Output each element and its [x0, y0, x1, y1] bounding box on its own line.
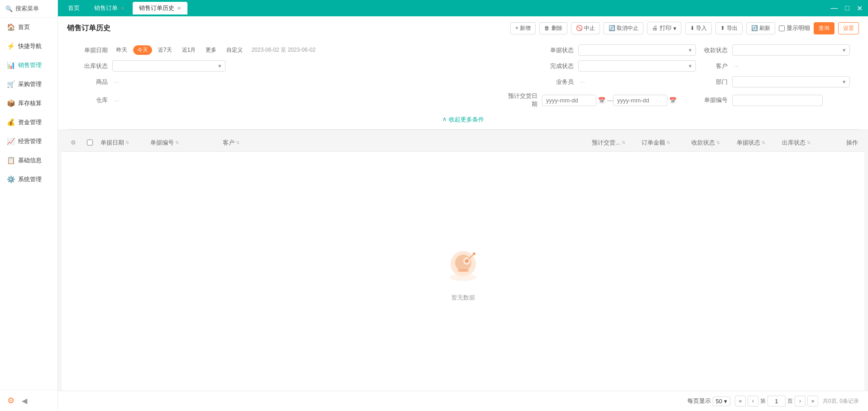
sidebar-sales-label: 销售管理 — [18, 61, 42, 69]
date-tag-custom[interactable]: 自定义 — [222, 45, 247, 55]
business-icon: 📈 — [7, 138, 14, 145]
doc-date-label: 单据日期 — [76, 46, 112, 54]
tab-home-label: 首页 — [68, 4, 80, 12]
last-page-button[interactable]: » — [807, 396, 818, 406]
tab-sales-order-history-close[interactable]: ✕ — [177, 5, 181, 11]
filter-col-salesperson: 业务员 ··· — [542, 78, 696, 86]
date-range-dash: — — [607, 97, 613, 104]
print-button[interactable]: 🖨 打印 ▾ — [647, 22, 681, 34]
sidebar-home-label: 首页 — [18, 23, 30, 31]
sidebar-business-label: 经营管理 — [18, 137, 42, 145]
th-pay-status-label: 收款状态 — [691, 139, 715, 147]
pay-status-select[interactable]: ▾ — [732, 44, 850, 56]
goods-picker[interactable]: ··· — [112, 78, 121, 85]
per-page-label: 每页显示 — [687, 397, 711, 405]
sidebar-collapse-icon[interactable]: ◀ — [22, 396, 27, 405]
th-pay-status[interactable]: 收款状态 ⇅ — [689, 139, 734, 147]
th-out-status[interactable]: 出库状态 ⇅ — [779, 139, 825, 147]
salesperson-picker[interactable]: ··· — [578, 78, 587, 85]
warehouse-label: 仓库 — [76, 96, 112, 104]
th-amount-sort: ⇅ — [667, 140, 670, 145]
tab-home[interactable]: 首页 — [62, 2, 86, 15]
per-page-select[interactable]: 50 ▾ — [713, 396, 730, 406]
goods-label: 商品 — [76, 78, 112, 86]
minimize-button[interactable]: — — [829, 4, 839, 12]
pay-status-chevron: ▾ — [843, 47, 846, 53]
sidebar-inventory-label: 库存核算 — [18, 99, 42, 107]
sidebar-item-finance[interactable]: 💰 资金管理 — [0, 113, 58, 132]
tab-sales-order-close[interactable]: ✕ — [120, 5, 125, 11]
warehouse-picker[interactable]: ··· — [112, 97, 121, 104]
sidebar-item-home[interactable]: 🏠 首页 — [0, 18, 58, 37]
sidebar-item-inventory[interactable]: 📦 库存核算 — [0, 94, 58, 113]
sidebar-item-system[interactable]: ⚙️ 系统管理 — [0, 170, 58, 189]
calendar-to-icon[interactable]: 📅 — [667, 97, 678, 104]
th-order-status[interactable]: 单据状态 ⇅ — [734, 139, 779, 147]
stop-button[interactable]: 🚫 中止 — [571, 22, 600, 34]
filter-col-delivery-date: 预计交货日期 📅 — 📅 — [506, 92, 696, 108]
doc-number-input[interactable] — [732, 95, 823, 106]
customer-picker[interactable]: ··· — [732, 63, 741, 69]
import-button[interactable]: ⬇ 导入 — [685, 22, 712, 34]
th-action-label: 操作 — [846, 139, 858, 147]
sidebar-item-purchase[interactable]: 🛒 采购管理 — [0, 75, 58, 94]
filter-col-warehouse: 仓库 ··· — [76, 96, 506, 104]
display-detail-toggle[interactable]: 显示明细 — [779, 24, 810, 32]
next-page-button[interactable]: › — [795, 396, 806, 406]
th-date[interactable]: 单据日期 ⇅ — [98, 139, 148, 147]
filter-col-order-status: 单据状态 ▾ — [542, 44, 696, 56]
date-tag-1month[interactable]: 近1月 — [178, 45, 200, 55]
empty-illustration — [441, 241, 486, 286]
sidebar-system-label: 系统管理 — [18, 175, 42, 184]
current-page-input[interactable] — [767, 396, 786, 406]
delete-button[interactable]: 🗑 删除 — [539, 22, 567, 34]
date-tag-today[interactable]: 今天 — [133, 45, 152, 55]
settings-button[interactable]: 设置 — [838, 22, 859, 34]
filter-row-3: 商品 ··· 业务员 ··· 部门 ▾ — [76, 76, 850, 87]
cancel-stop-button[interactable]: 🔄 取消中止 — [604, 22, 643, 34]
complete-status-select[interactable]: ▾ — [578, 60, 696, 72]
new-button[interactable]: + 新增 — [510, 22, 536, 34]
sidebar-item-business[interactable]: 📈 经营管理 — [0, 132, 58, 151]
department-select[interactable]: ▾ — [732, 76, 850, 87]
prev-page-button[interactable]: ‹ — [748, 396, 758, 406]
system-icon: ⚙️ — [7, 176, 14, 183]
collapse-row[interactable]: ∧ 收起更多条件 — [76, 113, 850, 125]
delivery-date-to[interactable] — [613, 95, 667, 106]
order-status-chevron: ▾ — [689, 47, 692, 53]
sidebar-item-basic[interactable]: 📋 基础信息 — [0, 151, 58, 170]
date-tag-7days[interactable]: 近7天 — [154, 45, 176, 55]
tab-sales-order[interactable]: 销售订单 ✕ — [88, 2, 131, 15]
tab-sales-order-history[interactable]: 销售订单历史 ✕ — [133, 2, 187, 15]
sales-icon: 📊 — [7, 62, 14, 69]
search-menu-button[interactable]: 🔍 搜索菜单 — [0, 0, 58, 18]
date-tag-yesterday[interactable]: 昨天 — [112, 45, 131, 55]
select-all-checkbox[interactable] — [87, 140, 93, 145]
sidebar-item-quick-nav[interactable]: ⚡ 快捷导航 — [0, 37, 58, 56]
first-page-button[interactable]: « — [735, 396, 746, 406]
close-button[interactable]: ✕ — [855, 4, 864, 13]
page-title: 销售订单历史 — [67, 24, 110, 33]
order-status-select[interactable]: ▾ — [578, 44, 696, 56]
refresh-button[interactable]: 🔃 刷新 — [746, 22, 775, 34]
maximize-button[interactable]: □ — [843, 4, 851, 12]
th-amount[interactable]: 订单金额 ⇅ — [639, 139, 689, 147]
date-tag-more[interactable]: 更多 — [201, 45, 221, 55]
sidebar-item-sales[interactable]: 📊 销售管理 — [0, 56, 58, 75]
sidebar-settings-icon[interactable]: ⚙ — [7, 396, 14, 406]
home-icon: 🏠 — [7, 24, 14, 31]
print-dropdown-icon[interactable]: ▾ — [673, 25, 676, 32]
page-header: 销售订单历史 + 新增 🗑 删除 🚫 中止 🔄 取消中止 🖨 打印 ▾ ⬇ 导入… — [58, 16, 868, 130]
table-header: ⚙ 单据日期 ⇅ 单据编号 ⇅ 客户 ⇅ 预计交货... — [62, 134, 864, 152]
query-button[interactable]: 查询 — [814, 22, 834, 34]
delivery-date-from[interactable] — [542, 95, 596, 106]
calendar-from-icon[interactable]: 📅 — [596, 97, 607, 104]
th-num[interactable]: 单据编号 ⇅ — [148, 139, 220, 147]
th-client[interactable]: 客户 ⇅ — [220, 139, 589, 147]
out-status-select[interactable]: ▾ — [112, 60, 225, 72]
display-detail-checkbox[interactable] — [779, 25, 785, 31]
export-button[interactable]: ⬆ 导出 — [715, 22, 742, 34]
th-delivery[interactable]: 预计交货... ⇅ — [589, 139, 639, 147]
column-settings-button[interactable]: ⚙ — [65, 139, 82, 146]
pay-status-label: 收款状态 — [696, 46, 732, 54]
